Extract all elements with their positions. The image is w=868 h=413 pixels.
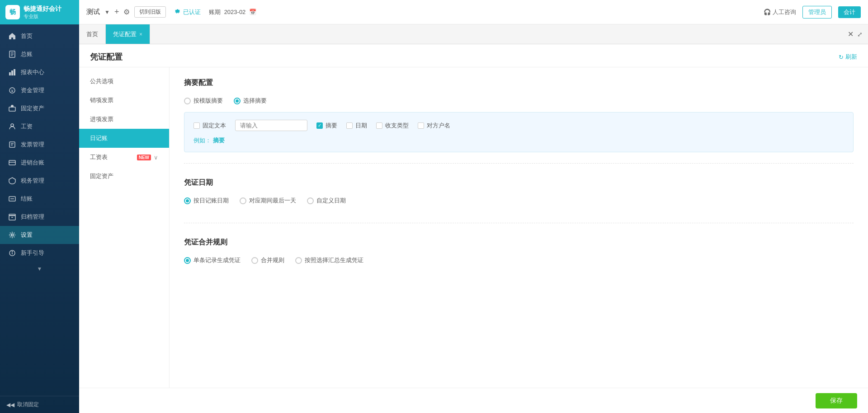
tab-voucher-config[interactable]: 凭证配置 × <box>106 24 150 44</box>
nav-item-public[interactable]: 公共选项 <box>79 72 169 91</box>
radio-summary-generate[interactable]: 按照选择汇总生成凭证 <box>295 256 363 264</box>
svg-rect-5 <box>11 70 13 75</box>
cancel-fixed-icon: ◀◀ <box>6 402 14 408</box>
nav-item-journal[interactable]: 日记账 <box>79 129 169 148</box>
sidebar-item-funds[interactable]: ¥ 资金管理 <box>0 81 79 99</box>
admin-btn[interactable]: 管理员 <box>802 6 832 19</box>
radio-merge-rule[interactable]: 合并规则 <box>251 256 284 264</box>
close-account-icon <box>8 195 16 203</box>
right-content: 摘要配置 按模版摘要 选择摘要 <box>170 67 868 413</box>
svg-rect-6 <box>14 69 15 75</box>
counterparty-checkbox <box>418 122 424 129</box>
new-badge: NEW <box>137 155 151 160</box>
example-prefix: 例如： <box>193 137 211 144</box>
period-label: 账期 2023-02 📅 <box>209 8 256 16</box>
add-workspace-btn[interactable]: + <box>114 7 119 17</box>
date-radio-group: 按日记账日期 对应期间最后一天 自定义日期 <box>184 197 854 205</box>
ledger-icon <box>8 50 16 58</box>
sidebar-item-invoice[interactable]: 发票管理 <box>0 136 79 154</box>
chart-icon <box>8 68 16 76</box>
window-expand-btn[interactable]: ⤢ <box>857 31 863 38</box>
workspace-dropdown[interactable]: ▼ <box>104 9 110 15</box>
tax-icon <box>8 177 16 185</box>
radio-journal-date[interactable]: 按日记账日期 <box>184 197 229 205</box>
sidebar-item-guide[interactable]: 新手引导 <box>0 244 79 262</box>
nav-item-fixed-assets[interactable]: 固定资产 <box>79 167 169 186</box>
date-section: 凭证日期 按日记账日期 对应期间最后一天 自定义日期 <box>184 178 854 223</box>
radio-single-record[interactable]: 单条记录生成凭证 <box>184 256 241 264</box>
sidebar-scroll-down[interactable]: ▼ <box>0 262 79 276</box>
svg-rect-11 <box>9 142 15 147</box>
headset-icon: 🎧 <box>764 9 771 15</box>
checkbox-fixed-text[interactable]: 固定文本 <box>193 122 226 130</box>
radio-summary-circle <box>295 257 302 264</box>
tab-home[interactable]: 首页 <box>79 24 106 44</box>
sidebar-item-tax[interactable]: 税务管理 <box>0 172 79 190</box>
sidebar-item-close-account[interactable]: 结账 <box>0 190 79 208</box>
checkbox-counterparty[interactable]: 对方户名 <box>418 122 450 130</box>
svg-point-10 <box>11 124 14 127</box>
cancel-fixed-btn[interactable]: ◀◀ 取消固定 <box>0 396 79 413</box>
checkbox-income-type[interactable]: 收支类型 <box>376 122 409 130</box>
radio-period-last-circle <box>240 197 246 204</box>
tab-bar-controls: ✕ ⤢ <box>848 24 868 44</box>
radio-single-circle <box>184 257 191 264</box>
calendar-icon[interactable]: 📅 <box>249 9 256 15</box>
svg-rect-9 <box>9 107 15 111</box>
radio-period-last[interactable]: 对应期间最后一天 <box>240 197 296 205</box>
svg-text:¥: ¥ <box>10 89 14 93</box>
checkbox-date[interactable]: 日期 <box>346 122 367 130</box>
trade-icon <box>8 159 16 167</box>
tab-close-btn[interactable]: × <box>139 31 142 38</box>
summary-checkrow: 固定文本 摘要 日期 <box>193 120 844 131</box>
page-container: 凭证配置 ↻ 刷新 公共选项 销项发票 进项发票 日记账 <box>79 44 868 413</box>
sidebar-item-ledger[interactable]: 总账 <box>0 45 79 63</box>
merge-radio-group: 单条记录生成凭证 合并规则 按照选择汇总生成凭证 <box>184 256 854 264</box>
checkbox-summary[interactable]: 摘要 <box>316 122 337 130</box>
summary-radio-group: 按模版摘要 选择摘要 <box>184 97 854 105</box>
salary-icon <box>8 122 16 131</box>
inner-layout: 公共选项 销项发票 进项发票 日记账 工资表 NEW ∨ <box>79 67 868 413</box>
radio-template-circle <box>184 98 191 104</box>
workspace-settings-btn[interactable]: ⚙ <box>123 8 130 16</box>
old-version-btn[interactable]: 切到旧版 <box>134 6 166 18</box>
certified-badge: 已认证 <box>174 8 201 16</box>
svg-rect-14 <box>9 160 15 165</box>
sidebar-item-home[interactable]: 首页 <box>0 27 79 45</box>
save-button[interactable]: 保存 <box>816 393 857 408</box>
sidebar-item-settings[interactable]: 设置 <box>0 226 79 244</box>
radio-template-summary[interactable]: 按模版摘要 <box>184 97 223 105</box>
svg-rect-19 <box>9 214 15 216</box>
summary-checkbox <box>316 122 323 129</box>
sidebar-item-salary[interactable]: 工资 <box>0 117 79 136</box>
date-checkbox <box>346 122 353 129</box>
radio-custom-date[interactable]: 自定义日期 <box>307 197 346 205</box>
role-btn[interactable]: 会计 <box>838 6 861 18</box>
sidebar-item-reports[interactable]: 报表中心 <box>0 63 79 81</box>
page-header: 凭证配置 ↻ 刷新 <box>79 44 868 67</box>
fixed-text-input[interactable] <box>235 120 307 131</box>
sidebar-item-archive[interactable]: 归档管理 <box>0 208 79 226</box>
example-row: 例如： 摘要 <box>193 136 844 145</box>
nav-item-sales-invoice[interactable]: 销项发票 <box>79 91 169 110</box>
svg-point-21 <box>11 234 14 236</box>
header-right: 🎧 人工咨询 管理员 会计 <box>764 6 861 19</box>
sidebar-item-trade[interactable]: 进销台账 <box>0 154 79 172</box>
nav-item-payroll[interactable]: 工资表 NEW ∨ <box>79 148 169 167</box>
radio-select-circle <box>234 98 241 104</box>
nav-item-purchase-invoice[interactable]: 进项发票 <box>79 110 169 129</box>
refresh-btn[interactable]: ↻ 刷新 <box>839 53 857 61</box>
window-close-btn[interactable]: ✕ <box>848 30 854 38</box>
consult-btn[interactable]: 🎧 人工咨询 <box>764 8 796 16</box>
save-bar: 保存 <box>79 388 868 413</box>
logo-text: 畅捷通好会计 专业版 <box>24 5 61 19</box>
radio-journal-circle <box>184 197 191 204</box>
radio-select-summary[interactable]: 选择摘要 <box>234 97 267 105</box>
radio-merge-circle <box>251 257 258 264</box>
app-header: 测试 ▼ + ⚙ 切到旧版 已认证 账期 2023-02 📅 🎧 人工咨询 管理… <box>79 0 868 24</box>
merge-section: 凭证合并规则 单条记录生成凭证 合并规则 按照选择汇总生成凭证 <box>184 238 854 282</box>
app-logo: 畅 畅捷通好会计 专业版 <box>0 0 79 24</box>
sidebar-item-assets[interactable]: 固定资产 <box>0 99 79 117</box>
workspace-name: 测试 <box>86 8 100 16</box>
summary-config-box: 固定文本 摘要 日期 <box>184 112 854 152</box>
